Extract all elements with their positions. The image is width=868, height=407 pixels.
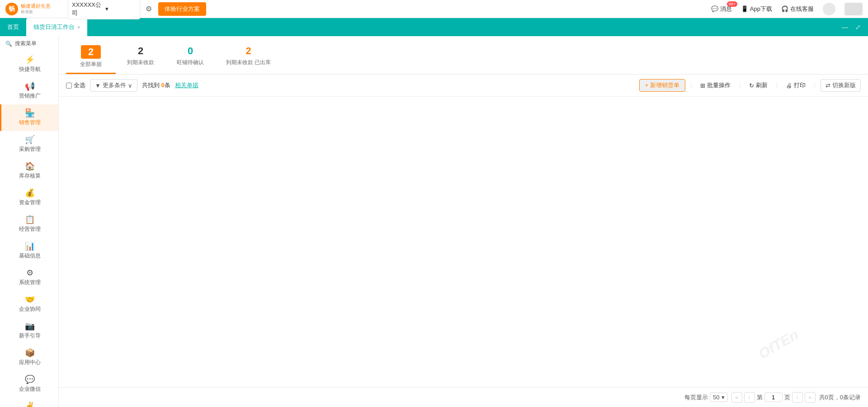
print-icon: 🖨 bbox=[786, 82, 792, 89]
prev-page-btn[interactable]: ‹ bbox=[744, 392, 755, 403]
found-count: 0 bbox=[161, 82, 165, 89]
status-tab-pending[interactable]: 0 旺铺待确认 bbox=[165, 42, 215, 74]
user-info[interactable] bbox=[844, 3, 863, 15]
guide-icon: 📷 bbox=[25, 322, 35, 330]
main-layout: 🔍 搜索菜单 ⚡ 快捷导航 📢 营销推广 🏪 销售管理 🛒 采购管理 🏠 库存核… bbox=[0, 36, 868, 407]
tab-close-icon[interactable]: × bbox=[77, 24, 80, 30]
chevron-filter-icon: ∨ bbox=[128, 82, 132, 89]
overdue-count: 2 bbox=[138, 45, 143, 56]
sidebar-item-finance[interactable]: 💰 资金管理 bbox=[0, 184, 58, 211]
logo-text: 畅捷通好生意 bbox=[21, 3, 51, 9]
company-selector[interactable]: XXXXXX公司 ▾ bbox=[68, 0, 140, 19]
status-tab-all[interactable]: 2 全部单据 bbox=[66, 42, 116, 74]
marketing-icon: 📢 bbox=[25, 82, 35, 90]
logo-badge: 标准版 bbox=[21, 9, 51, 15]
page-size-value: 50 bbox=[713, 394, 719, 401]
prev-page-icon: ‹ bbox=[748, 394, 750, 401]
status-tab-overdue[interactable]: 2 到期未收款 bbox=[116, 42, 165, 74]
sidebar-item-inventory[interactable]: 🏠 库存核算 bbox=[0, 158, 58, 184]
page-size-dropdown[interactable]: 50 ▾ bbox=[710, 393, 727, 402]
shipped-count: 2 bbox=[246, 45, 251, 56]
checkbox-input[interactable] bbox=[66, 83, 72, 89]
avatar[interactable] bbox=[823, 3, 835, 15]
logo-icon: 畅 bbox=[5, 3, 18, 15]
switch-new-btn[interactable]: ⇄ 切换新版 bbox=[821, 79, 861, 92]
toolbar-left: 全选 ▼ 更多条件 ∨ 共找到 0条 相关单据 bbox=[66, 79, 198, 92]
basic-info-icon: 📊 bbox=[25, 242, 35, 250]
headset-icon: 🎧 bbox=[781, 5, 788, 12]
related-link[interactable]: 相关单据 bbox=[175, 81, 198, 89]
sidebar-item-cooperation[interactable]: 🤝 企业协同 bbox=[0, 291, 58, 318]
overdue-tab-label: 到期未收款 bbox=[127, 59, 154, 66]
experience-btn[interactable]: 体验行业方案 bbox=[158, 2, 206, 16]
toolbar: 全选 ▼ 更多条件 ∨ 共找到 0条 相关单据 + 新增销货单 bbox=[59, 75, 868, 97]
add-sale-btn[interactable]: + 新增销货单 bbox=[639, 79, 685, 92]
sidebar-item-purchase[interactable]: 🛒 采购管理 bbox=[0, 131, 58, 158]
inventory-icon: 🏠 bbox=[25, 162, 35, 170]
online-service-btn[interactable]: 🎧 在线客服 bbox=[781, 5, 814, 13]
message-btn[interactable]: 💬 消息 99+ bbox=[711, 5, 732, 13]
next-page-btn[interactable]: › bbox=[792, 392, 803, 403]
member-icon: ✌ bbox=[25, 402, 35, 407]
first-page-btn[interactable]: « bbox=[731, 392, 742, 403]
batch-ops-btn[interactable]: ⊞ 批量操作 bbox=[697, 80, 734, 91]
sidebar-item-basic-info[interactable]: 📊 基础信息 bbox=[0, 238, 58, 264]
divider-3 bbox=[777, 82, 777, 89]
batch-icon: ⊞ bbox=[700, 82, 705, 89]
quick-nav-icon: ⚡ bbox=[25, 56, 35, 64]
all-count: 2 bbox=[88, 46, 94, 57]
search-menu[interactable]: 🔍 搜索菜单 bbox=[0, 36, 58, 51]
sales-icon: 🏪 bbox=[25, 109, 35, 117]
top-header: 畅 畅捷通好生意 标准版 XXXXXX公司 ▾ ⚙ 体验行业方案 💬 消息 99… bbox=[0, 0, 868, 18]
sidebar-item-wechat[interactable]: 💬 企业微信 bbox=[0, 371, 58, 398]
empty-state bbox=[59, 97, 868, 387]
purchase-icon: 🛒 bbox=[25, 136, 35, 144]
page-input[interactable] bbox=[764, 393, 783, 402]
tab-expand-icon[interactable]: ⤢ bbox=[854, 23, 863, 32]
refresh-btn[interactable]: ↻ 刷新 bbox=[745, 80, 771, 91]
sidebar-item-member[interactable]: ✌ 畅会员 bbox=[0, 398, 58, 407]
tab-home[interactable]: 首页 bbox=[0, 18, 26, 36]
search-icon: 🔍 bbox=[5, 41, 12, 47]
all-tab-label: 全部单据 bbox=[80, 61, 102, 68]
last-page-btn[interactable]: » bbox=[805, 392, 816, 403]
sidebar-item-guide[interactable]: 📷 新手引导 bbox=[0, 318, 58, 344]
sidebar-item-sales[interactable]: 🏪 销售管理 bbox=[0, 104, 58, 131]
filter-icon: ▼ bbox=[95, 82, 101, 89]
switch-icon: ⇄ bbox=[826, 82, 830, 89]
sidebar-item-system[interactable]: ⚙ 系统管理 bbox=[0, 264, 58, 291]
status-tab-shipped[interactable]: 2 到期未收款 已出库 bbox=[215, 42, 282, 74]
page-size-prefix: 每页显示 bbox=[684, 393, 708, 402]
sidebar-item-quick-nav[interactable]: ⚡ 快捷导航 bbox=[0, 51, 58, 78]
divider-1 bbox=[691, 82, 691, 89]
sidebar-item-app-center[interactable]: 📦 应用中心 bbox=[0, 344, 58, 371]
filter-btn[interactable]: ▼ 更多条件 ∨ bbox=[90, 79, 137, 92]
wechat-icon: 💬 bbox=[25, 375, 35, 384]
sidebar-item-marketing[interactable]: 📢 营销推广 bbox=[0, 78, 58, 104]
status-tabs: 2 全部单据 2 到期未收款 0 旺铺待确认 2 到期未收款 已出库 bbox=[59, 36, 868, 75]
company-name: XXXXXX公司 bbox=[72, 1, 103, 17]
app-download-label: App下载 bbox=[750, 5, 772, 13]
tab-bar-actions: — ⤢ bbox=[840, 23, 868, 32]
select-all-label: 全选 bbox=[74, 81, 85, 89]
select-all-checkbox[interactable]: 全选 bbox=[66, 81, 85, 89]
shipped-tab-label: 到期未收款 已出库 bbox=[226, 59, 271, 66]
sidebar-item-operations[interactable]: 📋 经营管理 bbox=[0, 211, 58, 238]
chevron-down-icon: ▾ bbox=[105, 5, 136, 12]
divider-2 bbox=[740, 82, 740, 89]
pending-tab-label: 旺铺待确认 bbox=[177, 59, 204, 66]
toolbar-right: + 新增销货单 ⊞ 批量操作 ↻ 刷新 🖨 打印 bbox=[639, 79, 861, 92]
settings-icon[interactable]: ⚙ bbox=[144, 3, 154, 15]
page-size-arrow: ▾ bbox=[722, 394, 725, 401]
total-label: 共0页，0条记录 bbox=[819, 393, 861, 402]
print-btn[interactable]: 🖨 打印 bbox=[783, 80, 809, 91]
app-download-icon: 📱 bbox=[741, 5, 748, 12]
filter-label: 更多条件 bbox=[103, 81, 126, 89]
last-page-icon: » bbox=[808, 394, 811, 401]
app-download-btn[interactable]: 📱 App下载 bbox=[741, 5, 772, 13]
tab-work-bench[interactable]: 钱货日清工作台 × bbox=[26, 18, 87, 36]
found-text: 共找到 0条 bbox=[142, 81, 170, 89]
message-icon: 💬 bbox=[711, 5, 718, 12]
sidebar: 🔍 搜索菜单 ⚡ 快捷导航 📢 营销推广 🏪 销售管理 🛒 采购管理 🏠 库存核… bbox=[0, 36, 59, 407]
tab-minimize-icon[interactable]: — bbox=[840, 23, 850, 32]
